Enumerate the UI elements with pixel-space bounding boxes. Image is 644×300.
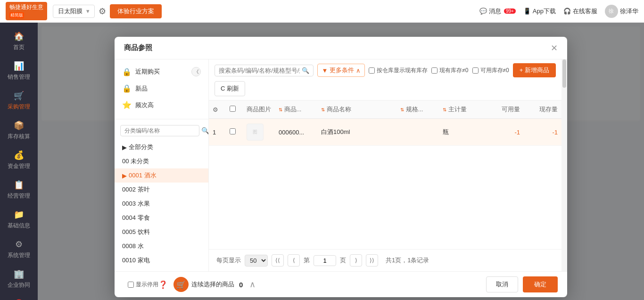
checkbox-select-all[interactable]: [230, 106, 236, 112]
modal-header: 商品参照 ✕: [115, 37, 567, 59]
page-next-button[interactable]: ⟩: [350, 254, 362, 267]
page-label-unit: 页: [340, 256, 346, 265]
confirm-button[interactable]: 确定: [523, 276, 558, 292]
modal-body: 🔒 近期购买 《 🔒 新品 ⭐ 频次高: [115, 59, 567, 271]
nav-label-frequent: 频次高: [135, 101, 154, 109]
gear-icon[interactable]: ⚙: [99, 6, 106, 17]
sales-icon: 📊: [14, 61, 24, 71]
category-00[interactable]: 00 未分类: [115, 154, 208, 168]
sidebar-item-business[interactable]: 📋 经营管理: [0, 175, 38, 205]
store-arrow-icon: ▾: [86, 8, 90, 15]
sidebar-item-purchase[interactable]: 🛒 采购管理: [0, 86, 38, 116]
page-input[interactable]: [314, 255, 336, 266]
cart-area[interactable]: 🛒 连续选择的商品 0 ∧: [173, 277, 256, 292]
app-download-button[interactable]: 📱 App下载: [523, 7, 556, 16]
per-page-select[interactable]: 50: [245, 255, 268, 267]
checkbox-display-disabled[interactable]: [128, 282, 134, 288]
cancel-button[interactable]: 取消: [486, 276, 518, 292]
category-all[interactable]: ▶ 全部分类: [115, 140, 208, 154]
th-spec[interactable]: ⇅ 规格...: [396, 100, 439, 119]
category-0008[interactable]: 0008 水: [115, 239, 208, 253]
checkbox-row-1[interactable]: [230, 128, 236, 134]
th-check[interactable]: [226, 100, 243, 119]
checkbox-warehouse-label[interactable]: 按仓库显示现有库存: [369, 67, 428, 75]
category-search-input[interactable]: [120, 125, 199, 136]
product-thumbnail: 图: [247, 124, 264, 141]
message-button[interactable]: 💬 消息 99+: [479, 7, 516, 16]
online-service-button[interactable]: 🎧 在线客服: [563, 7, 597, 16]
row-img: 图: [243, 119, 275, 146]
sidebar: 🏠 首页 📊 销售管理 🛒 采购管理 📦 库存核算 💰 资金管理 📋 经营管理 …: [0, 23, 38, 300]
sidebar-item-finance[interactable]: 💰 资金管理: [0, 145, 38, 175]
category-label-0010: 0010 家电: [122, 256, 150, 265]
nav-item-new[interactable]: 🔒 新品: [115, 80, 208, 97]
page-label-current: 第: [304, 256, 310, 265]
th-unit[interactable]: ⇅ 主计量: [439, 100, 477, 119]
sidebar-label-basic: 基础信息: [8, 222, 30, 230]
page-last-button[interactable]: ⟩⟩: [366, 254, 378, 267]
category-label-0008: 0008 水: [122, 242, 144, 250]
store-selector[interactable]: 日太阳膜 ▾: [53, 5, 95, 18]
sidebar-item-basic[interactable]: 📁 基础信息: [0, 205, 38, 234]
page-first-button[interactable]: ⟨⟨: [272, 254, 284, 267]
scrollbar-thumb[interactable]: [562, 59, 566, 88]
checkbox-warehouse[interactable]: [369, 67, 375, 74]
help-icon[interactable]: ❓: [158, 280, 168, 289]
collapse-left-icon[interactable]: 《: [191, 67, 201, 76]
scrollbar-track[interactable]: [561, 59, 567, 271]
display-disabled-label[interactable]: 显示停用: [128, 281, 158, 289]
home-icon: 🏠: [14, 31, 24, 42]
th-name[interactable]: ⇅ 商品名称: [317, 100, 396, 119]
sidebar-item-guide[interactable]: 🎯 新手引导: [0, 294, 38, 300]
search-icon[interactable]: 🔍: [302, 67, 309, 74]
sort-icon-spec: ⇅: [400, 107, 404, 112]
close-icon[interactable]: ✕: [551, 44, 558, 52]
category-0004[interactable]: 0004 零食: [115, 211, 208, 225]
trial-button[interactable]: 体验行业方案: [110, 4, 162, 18]
category-0002[interactable]: 0002 茶叶: [115, 183, 208, 197]
checkbox-warehouse-text: 按仓库显示现有库存: [377, 67, 428, 75]
nav-item-recent[interactable]: 🔒 近期购买 《: [115, 63, 208, 80]
search-icon-small[interactable]: 🔍: [201, 127, 209, 134]
page-total-info: 共1页，1条记录: [386, 256, 429, 265]
product-search-input[interactable]: [219, 67, 300, 74]
category-0003[interactable]: 0003 水果: [115, 197, 208, 211]
th-code[interactable]: ⇅ 商品...: [275, 100, 317, 119]
category-0010[interactable]: 0010 家电: [115, 253, 208, 267]
category-0001[interactable]: ▶ 0001 酒水: [115, 168, 208, 183]
sidebar-item-system[interactable]: ⚙ 系统管理: [0, 234, 38, 264]
page-prev-button[interactable]: ⟨: [288, 254, 300, 267]
nav-label-recent: 近期购买: [135, 67, 160, 76]
category-arrow-0001: ▶: [122, 172, 127, 179]
user-name: 徐泽华: [620, 7, 638, 16]
table-row[interactable]: 1 图 000600... 白酒100ml 瓶: [209, 119, 561, 146]
row-check[interactable]: [226, 119, 243, 146]
filter-label: 更多条件: [330, 66, 354, 75]
refresh-button[interactable]: C 刷新: [215, 81, 245, 96]
category-0005[interactable]: 0005 饮料: [115, 225, 208, 239]
star-icon: ⭐: [122, 100, 132, 109]
checkbox-avail-ne0-label[interactable]: 可用库存≠0: [472, 67, 509, 75]
sidebar-item-sales[interactable]: 📊 销售管理: [0, 56, 38, 86]
avatar: 徐: [605, 5, 618, 18]
right-panel: 🔍 ▼ 更多条件 ∧ 按仓库显示现有库存: [209, 59, 561, 271]
nav-item-frequent[interactable]: ⭐ 频次高: [115, 97, 208, 113]
category-tree: ▶ 全部分类 00 未分类 ▶ 0001 酒水 0002 茶: [115, 140, 208, 271]
filter-button[interactable]: ▼ 更多条件 ∧: [317, 64, 365, 77]
user-profile[interactable]: 徐 徐泽华: [605, 5, 638, 18]
th-settings[interactable]: ⚙: [209, 100, 226, 119]
sidebar-label-system: 系统管理: [8, 251, 30, 259]
sidebar-item-collab[interactable]: 🏢 企业协同: [0, 264, 38, 294]
logo-badge: 精简版: [9, 12, 24, 18]
message-icon: 💬: [479, 8, 487, 15]
checkbox-stock-ne0-label[interactable]: 现有库存≠0: [431, 67, 468, 75]
sidebar-item-home[interactable]: 🏠 首页: [0, 26, 38, 56]
checkbox-stock-ne0[interactable]: [431, 67, 438, 74]
category-label-0001: 0001 酒水: [129, 171, 157, 180]
left-panel: 🔒 近期购买 《 🔒 新品 ⭐ 频次高: [115, 59, 209, 271]
checkbox-avail-ne0[interactable]: [472, 67, 479, 74]
footer-collapse-icon[interactable]: ∧: [249, 279, 256, 290]
sort-icon-unit: ⇅: [443, 107, 446, 112]
add-product-button[interactable]: + 新增商品: [513, 63, 556, 77]
sidebar-item-inventory[interactable]: 📦 库存核算: [0, 116, 38, 145]
